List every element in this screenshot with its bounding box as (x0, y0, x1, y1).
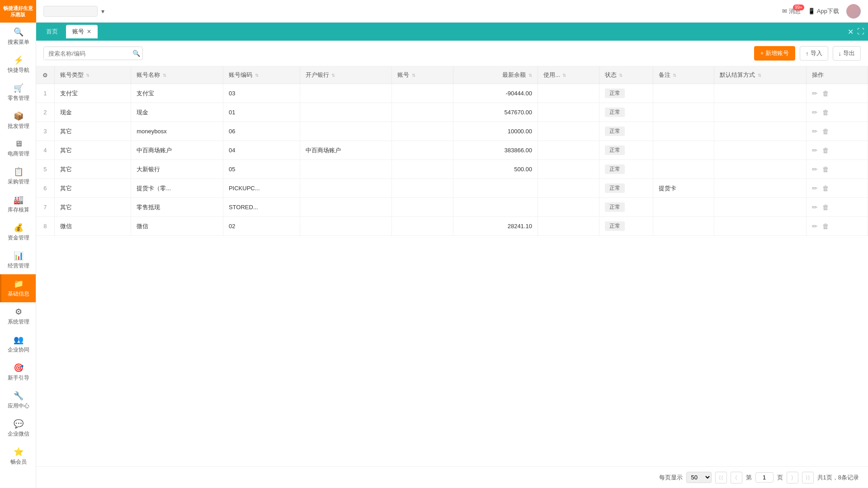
row-default (714, 160, 807, 179)
sidebar-item-label: 电商管理 (8, 150, 29, 158)
sidebar-item-enterprise-wechat[interactable]: 💬 企业微信 (0, 414, 36, 442)
sidebar-item-search[interactable]: 🔍 搜索菜单 (0, 23, 36, 51)
row-type: 现金 (54, 103, 131, 122)
sidebar-item-label: 批发管理 (8, 122, 29, 130)
row-type: 其它 (54, 160, 131, 179)
sidebar-item-inventory[interactable]: 🏭 库存核算 (0, 190, 36, 218)
import-button[interactable]: ↑ 导入 (800, 46, 828, 61)
row-use (538, 198, 599, 217)
row-name: moneybosx (131, 122, 223, 141)
col-status-header[interactable]: 状态 ⇅ (599, 66, 653, 84)
edit-icon[interactable]: ✏ (812, 222, 818, 230)
col-code-header[interactable]: 账号编码 ⇅ (223, 66, 300, 84)
topbar-left: ▾ (43, 6, 104, 17)
col-use-header[interactable]: 使用... ⇅ (538, 66, 599, 84)
user-avatar[interactable] (846, 4, 861, 19)
col-balance-header[interactable]: 最新余额 ⇅ (453, 66, 538, 84)
table-row: 8 微信 微信 02 28241.10 正常 ✏ 🗑 (36, 217, 868, 236)
edit-icon[interactable]: ✏ (812, 165, 818, 174)
edit-icon[interactable]: ✏ (812, 146, 818, 155)
sidebar-item-app-center[interactable]: 🔧 应用中心 (0, 386, 36, 414)
col-default-header[interactable]: 默认结算方式 ⇅ (714, 66, 807, 84)
col-name-header[interactable]: 账号名称 ⇅ (131, 66, 223, 84)
sidebar-item-label: 畅会员 (10, 458, 27, 466)
tab-close-icon[interactable]: ✕ (87, 28, 91, 35)
topbar-right: ✉ 消息 99+ 📱 App下载 (782, 4, 861, 19)
row-actions: ✏ 🗑 (807, 160, 868, 179)
row-balance: 500.00 (453, 160, 538, 179)
page-total-label: 共1页，8条记录 (817, 474, 859, 482)
sidebar-item-retail[interactable]: 🛒 零售管理 (0, 79, 36, 107)
account-search-box[interactable]: 🔍 (43, 47, 143, 60)
row-default (714, 198, 807, 217)
topbar-dropdown-icon[interactable]: ▾ (101, 8, 104, 15)
account-search-input[interactable] (44, 47, 129, 60)
delete-icon[interactable]: 🗑 (822, 89, 829, 97)
tabbar-close-icon[interactable]: ✕ (848, 28, 854, 36)
sidebar-item-operation[interactable]: 📊 经营管理 (0, 246, 36, 274)
edit-icon[interactable]: ✏ (812, 108, 818, 117)
row-type: 支付宝 (54, 84, 131, 103)
page-prev-button[interactable]: ⟨ (731, 472, 742, 483)
row-bank (300, 84, 392, 103)
sidebar-item-ecommerce[interactable]: 🖥 电商管理 (0, 135, 36, 162)
row-type: 其它 (54, 141, 131, 160)
sidebar-item-label: 基础信息 (8, 290, 29, 298)
sidebar-item-system[interactable]: ⚙ 系统管理 (0, 302, 36, 330)
export-icon: ↓ (839, 50, 842, 57)
sidebar-item-enterprise-collab[interactable]: 👥 企业协同 (0, 330, 36, 358)
row-code: PICKUPC... (223, 179, 300, 198)
page-number-input[interactable] (755, 472, 774, 483)
page-last-button[interactable]: ⟩⟩ (802, 472, 814, 483)
sidebar-item-purchase[interactable]: 📋 采购管理 (0, 162, 36, 190)
row-use (538, 103, 599, 122)
delete-icon[interactable]: 🗑 (822, 184, 829, 192)
page-next-button[interactable]: ⟩ (787, 472, 798, 483)
app-download-button[interactable]: 📱 App下载 (808, 7, 839, 15)
message-button[interactable]: ✉ 消息 99+ (782, 7, 801, 15)
col-bank-header[interactable]: 开户银行 ⇅ (300, 66, 392, 84)
col-account-header[interactable]: 账号 ⇅ (392, 66, 453, 84)
col-balance-label: 最新余额 (502, 71, 526, 78)
row-name: 提货卡（零... (131, 179, 223, 198)
row-default (714, 217, 807, 236)
page-size-select[interactable]: 50 100 200 (686, 472, 712, 483)
add-account-button[interactable]: + 新增账号 (754, 46, 795, 61)
sidebar-item-basic-info[interactable]: 📁 基础信息 (0, 274, 36, 302)
tab-account[interactable]: 账号 ✕ (66, 25, 98, 38)
col-type-header[interactable]: 账号类型 ⇅ (54, 66, 131, 84)
page-first-button[interactable]: ⟨⟨ (715, 472, 727, 483)
delete-icon[interactable]: 🗑 (822, 146, 829, 154)
col-settings-header[interactable]: ⚙ (36, 66, 54, 84)
account-search-button[interactable]: 🔍 (129, 47, 143, 60)
row-account (392, 198, 453, 217)
tabbar-expand-icon[interactable]: ⛶ (857, 28, 864, 36)
row-use (538, 122, 599, 141)
logo-text: 畅捷通好生意乐惠版 (3, 5, 33, 18)
message-badge: 99+ (793, 5, 804, 10)
sidebar-item-wholesale[interactable]: 📦 批发管理 (0, 107, 36, 135)
sidebar-item-membership[interactable]: ⭐ 畅会员 (0, 442, 36, 470)
edit-icon[interactable]: ✏ (812, 127, 818, 136)
sidebar-item-finance[interactable]: 💰 资金管理 (0, 218, 36, 246)
export-button[interactable]: ↓ 导出 (833, 46, 861, 61)
topbar-search-input[interactable] (43, 6, 98, 17)
col-status-label: 状态 (605, 71, 617, 78)
delete-icon[interactable]: 🗑 (822, 222, 829, 230)
delete-icon[interactable]: 🗑 (822, 127, 829, 135)
edit-icon[interactable]: ✏ (812, 184, 818, 192)
tab-home[interactable]: 首页 (40, 25, 64, 38)
delete-icon[interactable]: 🗑 (822, 165, 829, 173)
row-remark: 提货卡 (653, 179, 714, 198)
row-actions: ✏ 🗑 (807, 103, 868, 122)
sidebar-item-quicknav[interactable]: ⚡ 快捷导航 (0, 51, 36, 79)
edit-icon[interactable]: ✏ (812, 89, 818, 98)
edit-icon[interactable]: ✏ (812, 203, 818, 211)
col-remark-header[interactable]: 备注 ⇅ (653, 66, 714, 84)
page-size-label: 每页显示 (659, 474, 683, 482)
delete-icon[interactable]: 🗑 (822, 108, 829, 116)
sidebar-item-label: 应用中心 (8, 402, 29, 410)
row-code: 06 (223, 122, 300, 141)
delete-icon[interactable]: 🗑 (822, 203, 829, 211)
sidebar-item-tutorial[interactable]: 🎯 新手引导 (0, 358, 36, 386)
